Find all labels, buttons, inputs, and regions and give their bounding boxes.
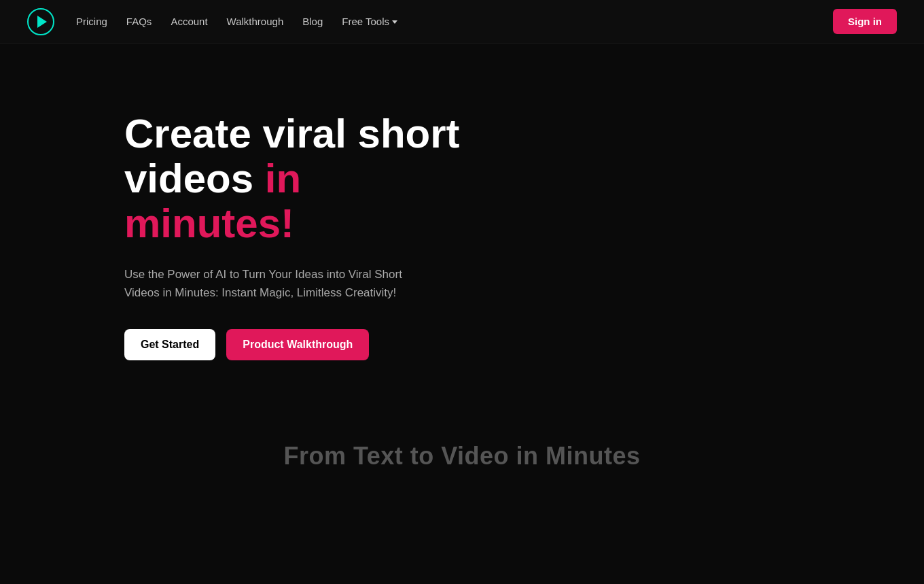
sign-in-button[interactable]: Sign in xyxy=(833,9,897,34)
bottom-title: From Text to Video in Minutes xyxy=(0,442,924,470)
hero-buttons: Get Started Product Walkthrough xyxy=(124,329,476,360)
nav-item-walkthrough[interactable]: Walkthrough xyxy=(227,16,284,28)
hero-subtitle: Use the Power of AI to Turn Your Ideas i… xyxy=(124,265,423,302)
nav-item-blog[interactable]: Blog xyxy=(302,16,323,28)
nav-left: Pricing FAQs Account Walkthrough Blog Fr… xyxy=(27,8,397,35)
free-tools-link[interactable]: Free Tools xyxy=(342,16,389,27)
pricing-link[interactable]: Pricing xyxy=(76,16,107,27)
navbar: Pricing FAQs Account Walkthrough Blog Fr… xyxy=(0,0,924,44)
nav-links: Pricing FAQs Account Walkthrough Blog Fr… xyxy=(76,16,397,28)
free-tools-dropdown[interactable]: Free Tools xyxy=(342,16,397,27)
nav-item-account[interactable]: Account xyxy=(171,16,207,28)
nav-item-faqs[interactable]: FAQs xyxy=(126,16,152,28)
hero-section: Create viral short videos in minutes! Us… xyxy=(0,44,476,401)
logo[interactable] xyxy=(27,8,54,35)
blog-link[interactable]: Blog xyxy=(302,16,323,27)
walkthrough-link[interactable]: Walkthrough xyxy=(227,16,284,27)
product-walkthrough-button[interactable]: Product Walkthrough xyxy=(226,329,369,360)
account-link[interactable]: Account xyxy=(171,16,207,27)
hero-title: Create viral short videos in minutes! xyxy=(124,111,476,246)
bottom-section: From Text to Video in Minutes xyxy=(0,401,924,498)
nav-item-free-tools[interactable]: Free Tools xyxy=(342,16,397,27)
play-icon xyxy=(37,16,47,28)
get-started-button[interactable]: Get Started xyxy=(124,329,215,360)
faqs-link[interactable]: FAQs xyxy=(126,16,152,27)
chevron-down-icon xyxy=(392,20,397,24)
nav-item-pricing[interactable]: Pricing xyxy=(76,16,107,28)
